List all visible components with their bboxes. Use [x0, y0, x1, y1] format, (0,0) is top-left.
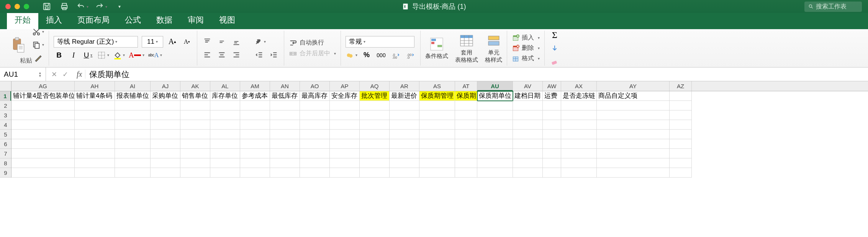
cell-AN2[interactable]	[270, 101, 300, 110]
cell-AS7[interactable]	[419, 149, 455, 158]
cell-AO4[interactable]	[300, 120, 330, 130]
cell-AQ6[interactable]	[360, 139, 390, 149]
cell-AI7[interactable]	[115, 149, 151, 158]
cell-AG5[interactable]	[11, 130, 75, 139]
cells-area[interactable]: 辅计量4是否包装单位辅计量4条码报表辅单位采购单位销售单位库存单位参考成本最低库…	[11, 91, 868, 178]
cell-AU9[interactable]	[477, 168, 513, 178]
cell-AX6[interactable]	[561, 139, 597, 149]
cell-AR5[interactable]	[390, 130, 419, 139]
cell-AQ5[interactable]	[360, 130, 390, 139]
cell-AO3[interactable]	[300, 110, 330, 120]
cell-AN7[interactable]	[270, 149, 300, 158]
cell-AW7[interactable]	[543, 149, 561, 158]
cell-AZ9[interactable]	[670, 168, 692, 178]
cell-AU1[interactable]: 保质期单位	[477, 91, 513, 101]
cell-AY4[interactable]	[597, 120, 670, 130]
cell-AG1[interactable]: 辅计量4是否包装单位	[11, 91, 75, 101]
row-header-1[interactable]: 1	[0, 91, 11, 101]
cell-AP6[interactable]	[330, 139, 360, 149]
cell-AK6[interactable]	[180, 139, 210, 149]
row-header-7[interactable]: 7	[0, 149, 11, 158]
cell-AV9[interactable]	[513, 168, 543, 178]
cell-AL7[interactable]	[210, 149, 240, 158]
cell-AS4[interactable]	[419, 120, 455, 130]
cell-AK9[interactable]	[180, 168, 210, 178]
cell-AK2[interactable]	[180, 101, 210, 110]
tab-view[interactable]: 视图	[211, 12, 243, 29]
cell-AK8[interactable]	[180, 158, 210, 168]
cell-AK3[interactable]	[180, 110, 210, 120]
copy-button[interactable]	[32, 40, 44, 50]
align-bottom-button[interactable]	[231, 36, 242, 47]
row-header-9[interactable]: 9	[0, 168, 11, 178]
cell-AO9[interactable]	[300, 168, 330, 178]
decrease-font-button[interactable]: A▾	[182, 36, 192, 47]
align-middle-button[interactable]	[216, 36, 227, 47]
cell-AN6[interactable]	[270, 139, 300, 149]
cell-AY5[interactable]	[597, 130, 670, 139]
cell-AR2[interactable]	[390, 101, 419, 110]
maximize-button[interactable]	[24, 4, 29, 9]
cell-AO2[interactable]	[300, 101, 330, 110]
cell-AJ5[interactable]	[151, 130, 180, 139]
cell-AS1[interactable]: 保质期管理	[419, 91, 455, 101]
cell-AT1[interactable]: 保质期	[455, 91, 477, 101]
cell-AU8[interactable]	[477, 158, 513, 168]
col-header-AT[interactable]: AT	[455, 81, 477, 91]
cell-AI6[interactable]	[115, 139, 151, 149]
italic-button[interactable]: I	[68, 50, 79, 61]
cell-AM9[interactable]	[240, 168, 270, 178]
redo-button[interactable]	[95, 1, 107, 12]
cell-AY1[interactable]: 商品自定义项	[597, 91, 670, 101]
cell-AJ9[interactable]	[151, 168, 180, 178]
fx-label[interactable]: fx	[74, 70, 85, 79]
col-header-AL[interactable]: AL	[210, 81, 240, 91]
cell-AH3[interactable]	[75, 110, 115, 120]
tab-review[interactable]: 审阅	[180, 12, 211, 29]
cell-AH6[interactable]	[75, 139, 115, 149]
col-header-AI[interactable]: AI	[115, 81, 151, 91]
name-box-spinner[interactable]: ▲▼	[38, 71, 42, 77]
cell-AG7[interactable]	[11, 149, 75, 158]
cell-AZ2[interactable]	[670, 101, 692, 110]
cell-AR6[interactable]	[390, 139, 419, 149]
cell-AT4[interactable]	[455, 120, 477, 130]
cell-AS3[interactable]	[419, 110, 455, 120]
row-header-5[interactable]: 5	[0, 130, 11, 139]
select-all-corner[interactable]	[0, 81, 11, 91]
undo-button[interactable]	[77, 1, 88, 12]
cell-AU2[interactable]	[477, 101, 513, 110]
cell-AK1[interactable]: 销售单位	[180, 91, 210, 101]
cell-AO1[interactable]: 最高库存	[300, 91, 330, 101]
paste-button[interactable]	[8, 37, 28, 53]
cell-AP4[interactable]	[330, 120, 360, 130]
cell-AI9[interactable]	[115, 168, 151, 178]
bold-button[interactable]: B	[54, 50, 64, 61]
cell-AV6[interactable]	[513, 139, 543, 149]
cell-AM1[interactable]: 参考成本	[240, 91, 270, 101]
format-cells-button[interactable]: 格式	[512, 54, 540, 63]
orientation-button[interactable]: ab	[254, 36, 266, 47]
cell-AN1[interactable]: 最低库存	[270, 91, 300, 101]
cell-AI8[interactable]	[115, 158, 151, 168]
row-header-8[interactable]: 8	[0, 158, 11, 168]
name-box[interactable]: AU1 ▲▼	[0, 67, 46, 81]
cell-AR7[interactable]	[390, 149, 419, 158]
col-header-AU[interactable]: AU	[477, 81, 513, 91]
clear-button[interactable]	[549, 56, 560, 67]
cell-AV7[interactable]	[513, 149, 543, 158]
col-header-AK[interactable]: AK	[180, 81, 210, 91]
customize-qat-button[interactable]: ▾	[114, 1, 125, 12]
col-header-AO[interactable]: AO	[300, 81, 330, 91]
cell-AH9[interactable]	[75, 168, 115, 178]
cell-AS2[interactable]	[419, 101, 455, 110]
cell-AY9[interactable]	[597, 168, 670, 178]
cell-AO6[interactable]	[300, 139, 330, 149]
cell-AG3[interactable]	[11, 110, 75, 120]
increase-indent-button[interactable]	[269, 49, 279, 60]
cell-AR4[interactable]	[390, 120, 419, 130]
cell-AP3[interactable]	[330, 110, 360, 120]
cell-AG6[interactable]	[11, 139, 75, 149]
cell-AS9[interactable]	[419, 168, 455, 178]
cell-AQ1[interactable]: 批次管理	[360, 91, 390, 101]
